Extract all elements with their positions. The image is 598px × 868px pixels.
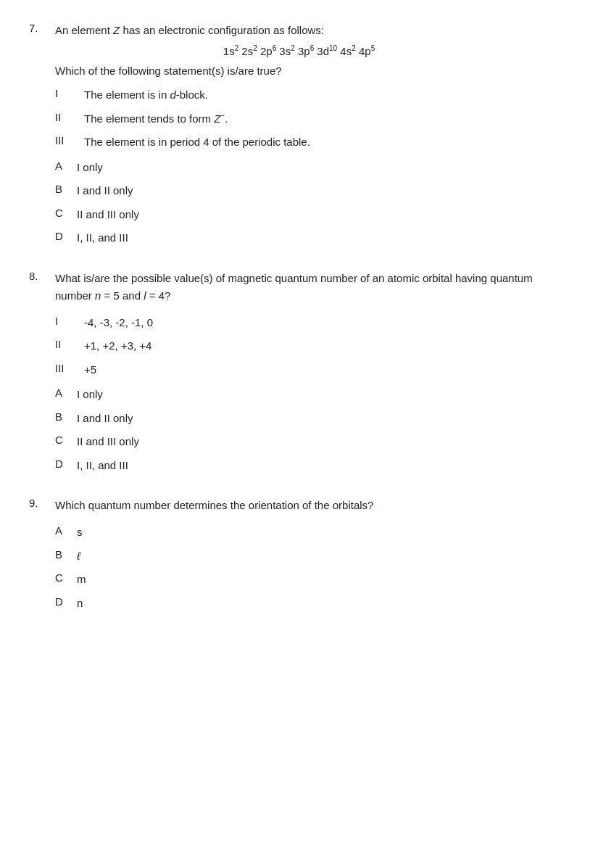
- question-8: 8. What is/are the possible value(s) of …: [29, 270, 569, 474]
- q7-followup: Which of the following statement(s) is/a…: [55, 65, 569, 77]
- q7-stmt-label-3: III: [55, 134, 84, 146]
- q9-opt-text-C: m: [77, 571, 569, 588]
- q7-statement-II: II The element tends to form Z−.: [55, 111, 569, 128]
- q9-opt-letter-A: A: [55, 524, 77, 537]
- q7-opt-text-A: I only: [77, 160, 569, 176]
- q7-opt-letter-C: C: [55, 207, 77, 219]
- q7-options: A I only B I and II only C II and III on…: [55, 160, 569, 247]
- q8-stmt-text-2: +1, +2, +3, +4: [84, 338, 569, 355]
- q9-option-A: A s: [55, 524, 569, 541]
- q7-intro: An element Z has an electronic configura…: [55, 22, 569, 39]
- q8-opt-letter-D: D: [55, 458, 77, 470]
- q8-statement-II: II +1, +2, +3, +4: [55, 338, 569, 355]
- q8-options: A I only B I and II only C II and III on…: [55, 387, 569, 474]
- q8-option-A: A I only: [55, 387, 569, 403]
- q8-stmt-text-1: -4, -3, -2, -1, 0: [84, 315, 569, 331]
- q8-opt-letter-B: B: [55, 410, 77, 423]
- q7-statement-III: III The element is in period 4 of the pe…: [55, 134, 569, 151]
- q8-option-D: D I, II, and III: [55, 458, 569, 474]
- q7-option-A: A I only: [55, 160, 569, 176]
- q8-stmt-label-3: III: [55, 362, 84, 374]
- question-9: 9. Which quantum number determines the o…: [29, 497, 569, 611]
- q7-stmt-label-2: II: [55, 111, 84, 123]
- q9-opt-letter-B: B: [55, 548, 77, 561]
- q8-opt-letter-C: C: [55, 434, 77, 446]
- q8-option-C: C II and III only: [55, 434, 569, 450]
- q9-intro: Which quantum number determines the orie…: [55, 497, 569, 514]
- q9-opt-text-A: s: [77, 524, 569, 541]
- q8-option-B: B I and II only: [55, 410, 569, 427]
- q7-opt-text-B: I and II only: [77, 183, 569, 199]
- q8-opt-text-D: I, II, and III: [77, 458, 569, 474]
- q8-statement-III: III +5: [55, 362, 569, 379]
- q9-opt-letter-D: D: [55, 595, 77, 608]
- q8-opt-text-A: I only: [77, 387, 569, 403]
- q7-option-B: B I and II only: [55, 183, 569, 199]
- q8-stmt-label-2: II: [55, 338, 84, 350]
- q7-stmt-text-3: The element is in period 4 of the period…: [84, 134, 569, 151]
- q7-stmt-label-1: I: [55, 87, 84, 99]
- q9-opt-letter-C: C: [55, 571, 77, 584]
- q7-opt-letter-D: D: [55, 230, 77, 242]
- q7-option-D: D I, II, and III: [55, 230, 569, 247]
- q7-opt-letter-A: A: [55, 160, 77, 172]
- q8-opt-letter-A: A: [55, 387, 77, 399]
- q7-number: 7.: [29, 22, 55, 34]
- q9-number: 9.: [29, 497, 55, 509]
- q9-opt-text-D: n: [77, 595, 569, 612]
- q8-stmt-label-1: I: [55, 315, 84, 327]
- q8-statement-I: I -4, -3, -2, -1, 0: [55, 315, 569, 331]
- q7-statements: I The element is in d-block. II The elem…: [55, 87, 569, 151]
- q7-option-C: C II and III only: [55, 207, 569, 223]
- q8-opt-text-B: I and II only: [77, 410, 569, 427]
- q7-opt-text-C: II and III only: [77, 207, 569, 223]
- q8-statements: I -4, -3, -2, -1, 0 II +1, +2, +3, +4 II…: [55, 315, 569, 379]
- q7-opt-letter-B: B: [55, 183, 77, 195]
- q8-opt-text-C: II and III only: [77, 434, 569, 450]
- q7-stmt-text-2: The element tends to form Z−.: [84, 111, 569, 128]
- question-7: 7. An element Z has an electronic config…: [29, 22, 569, 247]
- q9-option-B: B ℓ: [55, 548, 569, 565]
- q7-opt-text-D: I, II, and III: [77, 230, 569, 247]
- q8-number: 8.: [29, 270, 55, 282]
- q9-options: A s B ℓ C m D n: [55, 524, 569, 611]
- q9-option-C: C m: [55, 571, 569, 588]
- q9-option-D: D n: [55, 595, 569, 612]
- q7-config: 1s2 2s2 2p6 3s2 3p6 3d10 4s2 4p5: [29, 45, 569, 57]
- q8-intro: What is/are the possible value(s) of mag…: [55, 270, 569, 305]
- q7-stmt-text-1: The element is in d-block.: [84, 87, 569, 104]
- q7-statement-I: I The element is in d-block.: [55, 87, 569, 104]
- q8-stmt-text-3: +5: [84, 362, 569, 379]
- q9-opt-text-B: ℓ: [77, 548, 569, 565]
